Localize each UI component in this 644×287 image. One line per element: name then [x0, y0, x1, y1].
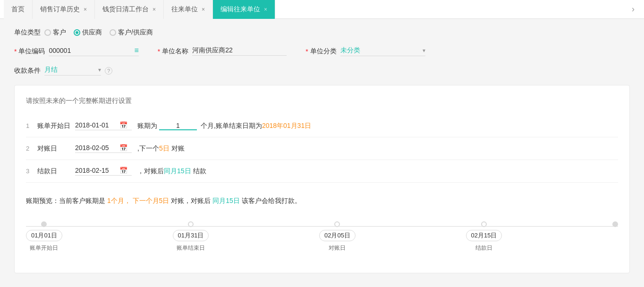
timeline-dot-1 — [188, 221, 194, 227]
timeline-item-3: 02月15日 结款日 — [466, 221, 502, 252]
fields-row: * 单位编码 ≡ * 单位名称 * 单位分类 未分类 ▾ — [14, 46, 630, 56]
tab-sales-history[interactable]: 销售订单历史 × — [33, 0, 95, 19]
unit-classify-value: 未分类 — [340, 46, 421, 55]
unit-type-label: 单位类型 — [14, 28, 41, 37]
radio-supplier[interactable]: 供应商 — [74, 28, 102, 37]
row-3-suffix-text: ，对账后 — [137, 167, 164, 176]
timeline-tag-0: 01月01日 — [26, 230, 62, 241]
payment-help-icon[interactable]: ? — [105, 67, 112, 75]
tab-cash-work-label: 钱货日清工作台 — [102, 5, 149, 14]
tab-partner[interactable]: 往来单位 × — [164, 0, 213, 19]
radio-both-label: 客户/供应商 — [118, 28, 153, 37]
unit-classify-arrow-icon: ▾ — [423, 47, 425, 54]
panel-hint: 请按照未来的一个完整帐期进行设置 — [26, 97, 618, 105]
preview-part1: 1个月， — [107, 197, 131, 204]
timeline-label-3: 结款日 — [475, 244, 492, 252]
row-1-date-wrapper: 📅 — [75, 121, 132, 130]
row-num-1: 1 — [26, 122, 37, 129]
tab-cash-work[interactable]: 钱货日清工作台 × — [95, 0, 164, 19]
tabs-more-button[interactable]: › — [626, 4, 640, 14]
row-num-2: 2 — [26, 145, 37, 152]
main-content: 单位类型 客户 供应商 客户/供应商 * 单位编码 ≡ — [0, 19, 644, 287]
unit-type-radio-group: 客户 供应商 客户/供应商 — [44, 28, 153, 37]
timeline-label-1: 账单结束日 — [177, 244, 205, 252]
radio-both-circle — [110, 29, 116, 36]
unit-classify-label: 单位分类 — [310, 47, 337, 56]
row-1-date-input[interactable] — [75, 121, 118, 129]
timeline-label-2: 对账日 — [329, 244, 346, 252]
unit-code-label: 单位编码 — [18, 47, 45, 56]
unit-classify-required: * — [305, 48, 308, 55]
radio-supplier-circle — [74, 29, 80, 36]
unit-name-required: * — [158, 48, 160, 55]
timeline-item-2: 02月05日 对账日 — [319, 221, 356, 252]
tab-home[interactable]: 首页 — [4, 0, 33, 19]
timeline-dot-end — [612, 221, 618, 227]
tab-partner-close[interactable]: × — [202, 7, 205, 12]
row-3-highlight: 同月15日 — [164, 167, 191, 176]
timeline-dot-0 — [41, 221, 47, 227]
settings-panel: 请按照未来的一个完整帐期进行设置 1 账单开始日 📅 账期为 个月,账单结束日期… — [14, 85, 630, 273]
row-1-suffix-after: 个月,账单结束日期为 — [201, 122, 262, 130]
row-3-date-input[interactable] — [75, 167, 118, 174]
tab-sales-history-close[interactable]: × — [84, 7, 87, 12]
row-2-calendar-icon[interactable]: 📅 — [119, 144, 127, 152]
timeline-tag-1: 01月31日 — [173, 230, 209, 241]
unit-code-input[interactable] — [49, 47, 131, 54]
setting-row-1: 1 账单开始日 📅 账期为 个月,账单结束日期为 2018年01月31日 — [26, 115, 618, 137]
row-2-highlight: 5日 — [159, 144, 169, 153]
preview-part3: 同月15日 — [212, 197, 240, 204]
unit-name-label: 单位名称 — [162, 47, 188, 56]
timeline-dot-3 — [481, 221, 487, 227]
timeline-label-0: 账单开始日 — [30, 244, 58, 252]
timeline-tag-3: 02月15日 — [466, 230, 502, 241]
setting-row-2: 2 对账日 📅 ,下一个 5日 对账 — [26, 137, 618, 160]
unit-code-required: * — [14, 48, 17, 55]
row-label-3: 结款日 — [37, 167, 75, 176]
row-label-1: 账单开始日 — [37, 122, 75, 130]
row-3-calendar-icon[interactable]: 📅 — [119, 167, 127, 174]
tab-edit-partner-close[interactable]: × — [264, 7, 267, 12]
row-num-3: 3 — [26, 168, 37, 175]
unit-name-group: * 单位名称 — [158, 47, 287, 56]
preview-text: 账期预览：当前客户账期是 1个月， 下一个月5日 对账，对账后 同月15日 该客… — [26, 194, 618, 207]
radio-supplier-label: 供应商 — [82, 28, 102, 37]
preview-middle: 对账，对账后 — [171, 197, 211, 204]
tab-sales-history-label: 销售订单历史 — [40, 5, 80, 14]
row-2-suffix-end: 对账 — [171, 144, 185, 153]
tab-partner-label: 往来单位 — [171, 5, 198, 14]
payment-select[interactable]: 月结 ▾ — [44, 66, 101, 76]
row-1-calendar-icon[interactable]: 📅 — [119, 121, 127, 129]
payment-label: 收款条件 — [14, 67, 41, 75]
timeline-items: 01月01日 账单开始日 01月31日 账单结束日 02月05日 对账日 02月… — [26, 221, 618, 252]
radio-customer[interactable]: 客户 — [44, 28, 66, 37]
tab-edit-partner[interactable]: 编辑往来单位 × — [213, 0, 275, 19]
unit-code-icon[interactable]: ≡ — [134, 46, 138, 55]
unit-name-input-wrapper — [192, 47, 287, 56]
radio-both[interactable]: 客户/供应商 — [110, 28, 153, 37]
unit-classify-select[interactable]: 未分类 ▾ — [340, 46, 425, 56]
tabs-bar: 首页 销售订单历史 × 钱货日清工作台 × 往来单位 × 编辑往来单位 × › — [0, 0, 644, 19]
tab-edit-partner-label: 编辑往来单位 — [220, 5, 260, 14]
preview-suffix: 该客户会给我打款。 — [242, 197, 301, 204]
payment-arrow-icon: ▾ — [98, 67, 101, 73]
timeline-dot-2 — [334, 221, 340, 227]
timeline-item-1: 01月31日 账单结束日 — [173, 221, 209, 252]
row-2-date-wrapper: 📅 — [75, 144, 132, 153]
payment-value: 月结 — [44, 66, 96, 74]
row-1-highlight: 2018年01月31日 — [262, 122, 311, 130]
row-3-date-wrapper: 📅 — [75, 167, 132, 176]
unit-code-group: * 单位编码 ≡ — [14, 46, 139, 56]
row-label-2: 对账日 — [37, 144, 75, 153]
timeline-end-dot — [612, 221, 618, 227]
timeline: 01月01日 账单开始日 01月31日 账单结束日 02月05日 对账日 02月… — [26, 217, 618, 262]
row-2-date-input[interactable] — [75, 144, 118, 152]
tab-cash-work-close[interactable]: × — [153, 7, 156, 12]
radio-customer-label: 客户 — [53, 28, 66, 37]
row-3-suffix-end: 结款 — [193, 167, 206, 176]
timeline-tag-2: 02月05日 — [319, 230, 356, 241]
row-2-suffix-text: ,下一个 — [137, 144, 159, 153]
unit-name-input[interactable] — [192, 47, 287, 54]
period-input[interactable] — [159, 122, 197, 130]
setting-row-3: 3 结款日 📅 ，对账后 同月15日 结款 — [26, 160, 618, 183]
